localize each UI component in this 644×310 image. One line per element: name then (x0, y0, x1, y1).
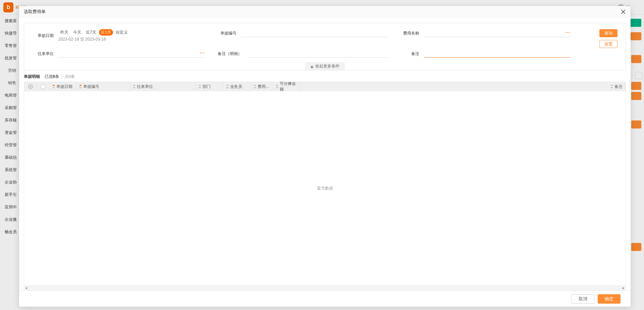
empty-text: 暂无数据 (317, 186, 333, 191)
chevron-up-icon (311, 65, 313, 67)
modal-header: 选取费用单 (19, 6, 631, 17)
query-button[interactable]: 查询 (599, 29, 618, 37)
collapse-conditions-button[interactable]: 收起更多条件 (305, 62, 345, 70)
horizontal-scrollbar[interactable] (24, 286, 626, 290)
gear-icon (28, 84, 33, 89)
checkbox-icon (41, 85, 45, 89)
label-code: 单据编号 (215, 31, 236, 36)
column-dept[interactable]: 部门 (196, 82, 223, 91)
chip-last7[interactable]: 近7天 (84, 29, 98, 36)
label-unit: 往来单位 (32, 51, 54, 57)
sort-icon (199, 85, 201, 89)
field-fee-name: 费用名称 ··· (398, 29, 571, 37)
input-code[interactable] (241, 29, 388, 37)
results-table: 单据日期 单据编号 往来单位 部门 业务员 费用... 可分摊金额 备注 暂无数… (24, 82, 626, 291)
chip-custom[interactable]: 自定义 (114, 29, 130, 36)
date-quick-chips: 昨天 今天 近7天 近1月 自定义 (58, 29, 205, 36)
sort-icon (226, 85, 229, 89)
sort-icon (254, 85, 256, 89)
modal-body: 单据日期 昨天 今天 近7天 近1月 自定义 2023-02-18 至 2023… (19, 17, 631, 291)
field-code: 单据编号 (215, 29, 388, 37)
input-memo[interactable] (424, 50, 571, 58)
column-select-all[interactable] (37, 82, 50, 91)
field-date: 单据日期 昨天 今天 近7天 近1月 自定义 2023-02-18 至 2023… (32, 29, 205, 42)
label-memo-detail: 备注（明细） (215, 51, 242, 57)
chip-yesterday[interactable]: 昨天 (58, 29, 70, 36)
chip-today[interactable]: 今天 (71, 29, 83, 36)
column-settings[interactable] (24, 82, 37, 91)
sort-icon (610, 85, 613, 89)
cancel-button[interactable]: 取消 (572, 294, 594, 304)
label-fee-name: 费用名称 (398, 31, 419, 36)
detail-title: 单据明细 (24, 74, 40, 80)
input-memo-detail[interactable] (247, 50, 388, 58)
detail-bar: 单据明细 已选0条 共0条 (24, 74, 626, 80)
column-code[interactable]: 单据编号 (76, 82, 130, 91)
sort-icon (276, 85, 278, 89)
more-icon[interactable]: ··· (566, 30, 571, 35)
column-date[interactable]: 单据日期 (50, 82, 76, 91)
chip-last-month[interactable]: 近1月 (99, 29, 113, 36)
table-body-empty: 暂无数据 (24, 91, 626, 286)
field-memo-detail: 备注（明细） (215, 50, 388, 58)
table-header: 单据日期 单据编号 往来单位 部门 业务员 费用... 可分摊金额 备注 (24, 82, 626, 91)
column-biz[interactable]: 业务员 (223, 82, 251, 91)
select-expense-modal: 选取费用单 单据日期 昨天 今天 近7天 近1月 自定义 (19, 6, 631, 307)
more-icon[interactable]: ··· (200, 50, 205, 56)
input-fee-name[interactable] (424, 29, 571, 37)
column-alloc[interactable]: 可分摊金额 (273, 82, 300, 91)
collapse-label: 收起更多条件 (315, 63, 339, 69)
label-date: 单据日期 (32, 33, 54, 39)
sort-icon (133, 85, 136, 89)
search-panel: 单据日期 昨天 今天 近7天 近1月 自定义 2023-02-18 至 2023… (24, 23, 626, 70)
sort-icon (52, 85, 55, 89)
close-icon[interactable] (621, 9, 626, 14)
sort-icon (79, 85, 82, 89)
input-unit[interactable] (58, 50, 205, 58)
total-count: 共0条 (62, 74, 75, 80)
date-range-text: 2023-02-18 至 2023-03-18 (58, 37, 205, 42)
field-unit: 往来单位 ··· (32, 50, 205, 58)
settings-button[interactable]: 设置 (599, 40, 618, 48)
modal-footer: 取消 确定 (19, 291, 631, 307)
ok-button[interactable]: 确定 (598, 294, 621, 304)
column-fee[interactable]: 费用... (251, 82, 273, 91)
modal-title: 选取费用单 (24, 9, 46, 15)
column-remark[interactable]: 备注 (300, 82, 626, 91)
selected-count: 已选0条 (45, 74, 59, 80)
label-memo: 备注 (398, 51, 419, 57)
column-unit[interactable]: 往来单位 (130, 82, 196, 91)
field-memo: 备注 (398, 50, 571, 58)
